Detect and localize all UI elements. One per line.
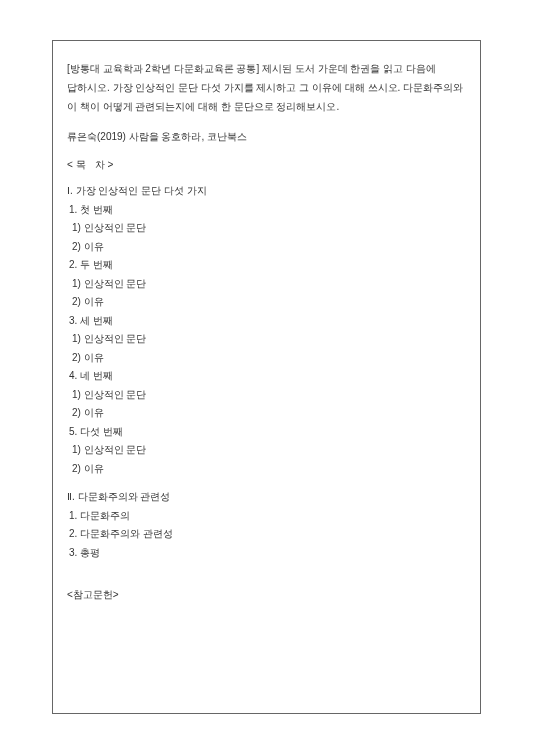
document-page: [방통대 교육학과 2학년 다문화교육론 공통] 제시된 도서 가운데 한권을 … xyxy=(52,40,481,714)
toc-body: Ⅰ. 가장 인상적인 문단 다섯 가지 1. 첫 번째 1) 인상적인 문단 2… xyxy=(67,182,466,605)
toc-item-3-sub1: 1) 인상적인 문단 xyxy=(67,330,466,349)
toc-item-4-sub2: 2) 이유 xyxy=(67,404,466,423)
toc-item-1-sub2: 2) 이유 xyxy=(67,238,466,257)
toc-item-4-sub1: 1) 인상적인 문단 xyxy=(67,386,466,405)
toc-item-2-sub2: 2) 이유 xyxy=(67,293,466,312)
toc-item-3: 3. 세 번째 xyxy=(67,312,466,331)
toc-item-5-sub1: 1) 인상적인 문단 xyxy=(67,441,466,460)
author-citation: 류은숙(2019) 사람을 옹호하라, 코난북스 xyxy=(67,130,466,144)
toc-item-1: 1. 첫 번째 xyxy=(67,201,466,220)
toc-item-2-sub1: 1) 인상적인 문단 xyxy=(67,275,466,294)
toc-section2-item3: 3. 총평 xyxy=(67,544,466,563)
references-heading: <참고문헌> xyxy=(67,586,466,605)
toc-title: <목 차> xyxy=(67,158,466,172)
toc-item-5: 5. 다섯 번째 xyxy=(67,423,466,442)
toc-item-5-sub2: 2) 이유 xyxy=(67,460,466,479)
toc-section2-item1: 1. 다문화주의 xyxy=(67,507,466,526)
toc-section2-item2: 2. 다문화주의와 관련성 xyxy=(67,525,466,544)
assignment-header: [방통대 교육학과 2학년 다문화교육론 공통] 제시된 도서 가운데 한권을 … xyxy=(67,59,466,116)
toc-item-2: 2. 두 번째 xyxy=(67,256,466,275)
toc-item-3-sub2: 2) 이유 xyxy=(67,349,466,368)
toc-item-4: 4. 네 번째 xyxy=(67,367,466,386)
toc-item-1-sub1: 1) 인상적인 문단 xyxy=(67,219,466,238)
toc-section1-heading: Ⅰ. 가장 인상적인 문단 다섯 가지 xyxy=(67,182,466,201)
toc-section2-heading: Ⅱ. 다문화주의와 관련성 xyxy=(67,488,466,507)
